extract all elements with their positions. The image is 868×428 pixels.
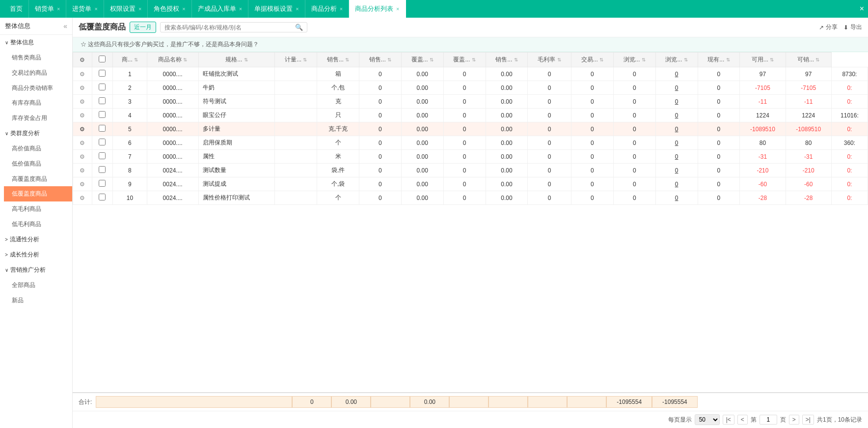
row-browse1[interactable]: 0 <box>655 95 698 109</box>
col-browse1[interactable]: 浏览... ⇅ <box>613 53 655 67</box>
row-checkbox[interactable] <box>99 84 106 90</box>
share-button[interactable]: ↗ 分享 <box>819 23 838 31</box>
row-checkbox[interactable] <box>99 166 106 173</box>
sidebar-item-low-coverage[interactable]: 低覆盖度商品 <box>4 186 72 201</box>
sidebar-item-low-margin[interactable]: 低毛利商品 <box>4 217 72 232</box>
sidebar-group-general[interactable]: ∨ 整体信息 <box>0 35 72 50</box>
row-settings[interactable]: ⚙ <box>73 177 92 191</box>
row-checkbox-cell[interactable] <box>92 177 113 191</box>
nav-tab-analysis-close[interactable]: × <box>340 6 343 12</box>
row-checkbox[interactable] <box>99 70 106 77</box>
nav-tab-purchase-close[interactable]: × <box>94 6 97 12</box>
row-settings[interactable]: ⚙ <box>73 81 92 95</box>
nav-tab-roles[interactable]: 角色授权 × <box>148 0 191 18</box>
nav-tab-templates-close[interactable]: × <box>296 6 298 12</box>
row-settings[interactable]: ⚙ <box>73 67 92 81</box>
time-filter-button[interactable]: 近一月 <box>130 22 156 33</box>
col-coverage2[interactable]: 覆盖... ⇅ <box>443 53 486 67</box>
row-browse1[interactable]: 0 <box>655 109 698 122</box>
row-browse1[interactable]: 0 <box>655 150 698 164</box>
sidebar-item-high-margin[interactable]: 高毛利商品 <box>4 201 72 217</box>
row-browse1[interactable]: 0 <box>655 122 698 136</box>
sidebar-item-high-value[interactable]: 高价值商品 <box>4 141 72 156</box>
row-checkbox-cell[interactable] <box>92 67 113 81</box>
row-settings[interactable]: ⚙ <box>73 122 92 136</box>
close-all-tabs-button[interactable]: × <box>860 4 864 13</box>
row-settings[interactable]: ⚙ <box>73 95 92 109</box>
col-saleable[interactable]: 可销... ⇅ <box>786 53 831 67</box>
row-browse1[interactable]: 0 <box>655 177 698 191</box>
col-browse2[interactable]: 浏览... ⇅ <box>655 53 698 67</box>
row-checkbox[interactable] <box>99 180 106 187</box>
sidebar-item-stocked-goods[interactable]: 有库存商品 <box>4 95 72 111</box>
row-browse1[interactable]: 0 <box>655 67 698 81</box>
prev-page-button[interactable]: < <box>737 415 748 425</box>
col-unit[interactable]: 计量... ⇅ <box>275 53 317 67</box>
select-all-checkbox[interactable] <box>99 56 106 62</box>
last-page-button[interactable]: >| <box>802 415 814 425</box>
nav-tab-permissions[interactable]: 权限设置 × <box>104 0 148 18</box>
row-checkbox-cell[interactable] <box>92 109 113 122</box>
sidebar-header[interactable]: 整体信息 « <box>0 18 72 35</box>
row-browse1[interactable]: 0 <box>655 191 698 205</box>
row-checkbox[interactable] <box>99 125 106 132</box>
row-checkbox[interactable] <box>99 97 106 104</box>
nav-tab-permissions-close[interactable]: × <box>138 6 141 12</box>
search-icon[interactable]: 🔍 <box>295 24 303 31</box>
nav-tab-purchase[interactable]: 进货单 × <box>66 0 104 18</box>
row-settings[interactable]: ⚙ <box>73 109 92 122</box>
first-page-button[interactable]: |< <box>723 415 734 425</box>
nav-tab-roles-close[interactable]: × <box>182 6 185 12</box>
col-checkbox[interactable] <box>92 53 113 67</box>
export-button[interactable]: ⬇ 导出 <box>843 23 862 31</box>
row-checkbox[interactable] <box>99 194 106 200</box>
row-checkbox-cell[interactable] <box>92 81 113 95</box>
sidebar-group-liquidity[interactable]: > 流通性分析 <box>0 232 72 247</box>
col-current-stock[interactable]: 现有... ⇅ <box>698 53 740 67</box>
nav-tab-sales-close[interactable]: × <box>57 6 60 12</box>
sidebar-item-new-goods[interactable]: 新品 <box>4 293 72 308</box>
sidebar-item-traded-goods[interactable]: 交易过的商品 <box>4 65 72 81</box>
sidebar-group-cluster[interactable]: ∨ 类群度分析 <box>0 126 72 141</box>
col-code[interactable]: 商... ⇅ <box>113 53 147 67</box>
col-sales-amount[interactable]: 销售... ⇅ <box>359 53 401 67</box>
sidebar-item-inventory-capital[interactable]: 库存资金占用 <box>4 111 72 126</box>
row-checkbox[interactable] <box>99 152 106 159</box>
row-checkbox-cell[interactable] <box>92 164 113 177</box>
row-settings[interactable]: ⚙ <box>73 164 92 177</box>
row-checkbox-cell[interactable] <box>92 191 113 205</box>
row-browse1[interactable]: 0 <box>655 81 698 95</box>
col-settings[interactable]: ⚙ <box>73 53 92 67</box>
next-page-button[interactable]: > <box>789 415 799 425</box>
row-checkbox-cell[interactable] <box>92 136 113 150</box>
row-settings[interactable]: ⚙ <box>73 136 92 150</box>
row-checkbox[interactable] <box>99 139 106 145</box>
col-sales-qty[interactable]: 销售... ⇅ <box>317 53 359 67</box>
sidebar-collapse-button[interactable]: « <box>63 22 67 30</box>
row-settings[interactable]: ⚙ <box>73 150 92 164</box>
sidebar-item-sales-goods[interactable]: 销售类商品 <box>4 50 72 65</box>
col-gross-margin[interactable]: 毛利率 ⇅ <box>528 53 571 67</box>
row-checkbox[interactable] <box>99 111 106 118</box>
sidebar-item-low-value[interactable]: 低价值商品 <box>4 156 72 171</box>
col-transaction[interactable]: 交易... ⇅ <box>571 53 613 67</box>
sidebar-group-marketing[interactable]: ∨ 营销推广分析 <box>0 262 72 278</box>
nav-tab-analysis[interactable]: 商品分析 × <box>305 0 349 18</box>
nav-tab-analysis-list-close[interactable]: × <box>396 6 399 12</box>
row-checkbox-cell[interactable] <box>92 122 113 136</box>
col-coverage1[interactable]: 覆盖... ⇅ <box>401 53 443 67</box>
nav-tab-analysis-list[interactable]: 商品分析列表 × <box>349 0 406 18</box>
sidebar-item-all-goods[interactable]: 全部商品 <box>4 278 72 293</box>
row-checkbox-cell[interactable] <box>92 150 113 164</box>
nav-tab-products-close[interactable]: × <box>239 6 242 12</box>
col-sales-days[interactable]: 销售... ⇅ <box>486 53 528 67</box>
nav-tab-products[interactable]: 产成品入库单 × <box>192 0 248 18</box>
col-available-stock[interactable]: 可用... ⇅ <box>740 53 786 67</box>
col-name[interactable]: 商品名称 ⇅ <box>147 53 198 67</box>
sidebar-item-high-coverage[interactable]: 高覆盖度商品 <box>4 171 72 187</box>
page-size-select[interactable]: 10 20 50 100 <box>695 414 720 425</box>
search-input[interactable] <box>164 24 295 31</box>
nav-tab-templates[interactable]: 单据模板设置 × <box>248 0 305 18</box>
nav-tab-home[interactable]: 首页 <box>4 0 29 18</box>
row-settings[interactable]: ⚙ <box>73 191 92 205</box>
